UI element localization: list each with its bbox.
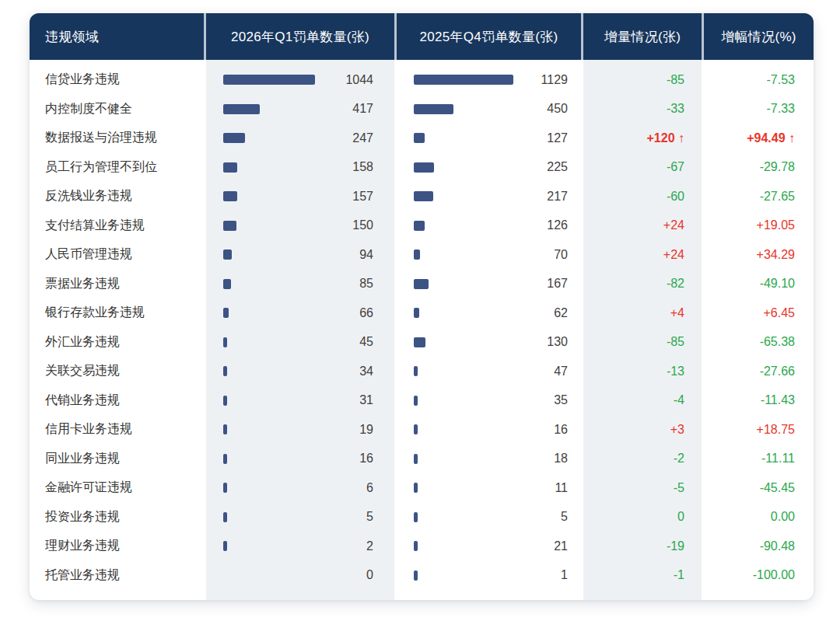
q4-cell: 11 <box>397 473 581 503</box>
q4-value: 47 <box>418 365 581 379</box>
delta-value: -85 <box>583 328 702 358</box>
table-row: 代销业务违规 31 35 -4 -11.43 <box>30 386 814 416</box>
table-row: 关联交易违规 34 47 -13 -27.66 <box>30 357 814 386</box>
q4-value: 217 <box>433 190 581 204</box>
q4-value: 1 <box>418 568 581 582</box>
table-row: 理财业务违规 2 21 -19 -90.48 <box>30 532 814 561</box>
table-body: 信贷业务违规 1044 1129 -85 -7.53 内控制度不健全 417 4… <box>30 60 814 600</box>
q4-value: 127 <box>425 131 581 145</box>
violation-category-label: 外汇业务违规 <box>30 328 204 358</box>
q1-value: 16 <box>227 452 394 466</box>
delta-value: -33 <box>583 95 702 124</box>
q4-bar <box>414 337 425 347</box>
violation-category-label: 银行存款业务违规 <box>30 298 204 328</box>
violation-category-label: 同业业务违规 <box>30 445 204 474</box>
q4-bar <box>414 75 513 85</box>
q1-cell: 16 <box>206 445 394 474</box>
violation-category-label: 信贷业务违规 <box>30 65 204 95</box>
q1-value: 66 <box>229 306 394 320</box>
table-row: 反洗钱业务违规 157 217 -60 -27.65 <box>30 182 814 211</box>
rate-value: -29.78 <box>704 153 814 183</box>
table-row: 内控制度不健全 417 450 -33 -7.33 <box>30 95 814 124</box>
delta-value: -82 <box>583 270 702 299</box>
q4-value: 11 <box>418 481 581 495</box>
q1-cell: 0 <box>206 561 394 591</box>
rate-value: -7.33 <box>704 95 814 124</box>
violation-category-label: 金融许可证违规 <box>30 473 204 503</box>
q1-value: 34 <box>227 365 394 379</box>
q1-bar <box>223 162 237 173</box>
table-row: 外汇业务违规 45 130 -85 -65.38 <box>30 328 814 358</box>
q4-value: 21 <box>418 539 581 553</box>
table-row: 银行存款业务违规 66 62 +4 +6.45 <box>30 298 814 328</box>
violation-category-label: 理财业务违规 <box>30 532 204 561</box>
q1-cell: 157 <box>206 182 394 211</box>
violation-category-label: 数据报送与治理违规 <box>30 124 204 153</box>
q4-value: 126 <box>425 218 581 232</box>
q1-value: 150 <box>236 218 394 232</box>
table-row: 信贷业务违规 1044 1129 -85 -7.53 <box>30 65 814 95</box>
violation-category-label: 内控制度不健全 <box>30 95 204 124</box>
table-row: 投资业务违规 5 5 0 0.00 <box>30 503 814 532</box>
q4-cell: 217 <box>397 182 581 211</box>
delta-value: -1 <box>583 561 702 591</box>
q1-value: 0 <box>223 568 394 582</box>
q4-cell: 126 <box>397 211 581 241</box>
delta-value: -5 <box>583 473 702 503</box>
violation-category-label: 代销业务违规 <box>30 386 204 416</box>
q4-bar <box>414 191 433 201</box>
q4-cell: 62 <box>397 298 581 328</box>
q4-value: 70 <box>420 248 581 262</box>
q4-value: 35 <box>418 393 581 407</box>
q4-cell: 18 <box>397 445 581 474</box>
rate-value: -11.43 <box>704 386 814 416</box>
q1-bar <box>223 308 229 318</box>
q4-value: 18 <box>418 452 581 466</box>
table-row: 人民币管理违规 94 70 +24 +34.29 <box>30 240 814 270</box>
delta-value: -67 <box>583 153 702 183</box>
q4-value: 130 <box>425 335 581 349</box>
q1-bar <box>223 249 232 260</box>
q4-cell: 127 <box>397 124 581 153</box>
rate-value: -65.38 <box>704 328 814 358</box>
violation-category-label: 反洗钱业务违规 <box>30 182 204 211</box>
delta-value: +24 <box>583 211 702 241</box>
q1-value: 1044 <box>315 73 394 87</box>
q1-value: 2 <box>227 539 394 553</box>
q1-cell: 34 <box>206 357 394 386</box>
q1-cell: 94 <box>206 240 394 270</box>
q4-bar <box>414 221 425 231</box>
q1-bar <box>223 104 260 114</box>
table-row: 支付结算业务违规 150 126 +24 +19.05 <box>30 211 814 241</box>
q1-value: 19 <box>227 423 394 437</box>
q4-value: 1129 <box>513 73 581 87</box>
q4-bar <box>414 249 420 260</box>
q1-cell: 5 <box>206 503 394 532</box>
q4-value: 62 <box>419 306 581 320</box>
q4-value: 450 <box>453 102 581 116</box>
q1-value: 5 <box>227 510 394 524</box>
q1-cell: 45 <box>206 328 394 358</box>
q4-bar <box>414 162 434 173</box>
delta-value: -85 <box>583 65 702 95</box>
rate-value: -27.65 <box>704 182 814 211</box>
q1-cell: 417 <box>206 95 394 124</box>
q4-cell: 450 <box>397 95 581 124</box>
q1-value: 85 <box>231 277 394 291</box>
rate-value: +94.49 ↑ <box>704 124 814 153</box>
q4-cell: 21 <box>397 532 581 561</box>
rate-value: -7.53 <box>704 65 814 95</box>
rate-value: +18.75 <box>704 415 814 445</box>
violation-category-label: 信用卡业务违规 <box>30 415 204 445</box>
delta-value: -13 <box>583 357 702 386</box>
header-delta-count: 增量情况(张) <box>583 13 702 60</box>
q4-bar <box>414 133 425 143</box>
header-violation-category: 违规领域 <box>30 13 204 60</box>
table-row: 信用卡业务违规 19 16 +3 +18.75 <box>30 415 814 445</box>
penalty-table-card: 违规领域 2026年Q1罚单数量(张) 2025年Q4罚单数量(张) 增量情况(… <box>30 13 814 600</box>
header-2025-q4-count: 2025年Q4罚单数量(张) <box>397 13 581 60</box>
delta-value: +4 <box>583 298 702 328</box>
table-header-row: 违规领域 2026年Q1罚单数量(张) 2025年Q4罚单数量(张) 增量情况(… <box>30 13 814 60</box>
delta-value: +120 ↑ <box>583 124 702 153</box>
delta-value: +24 <box>583 240 702 270</box>
